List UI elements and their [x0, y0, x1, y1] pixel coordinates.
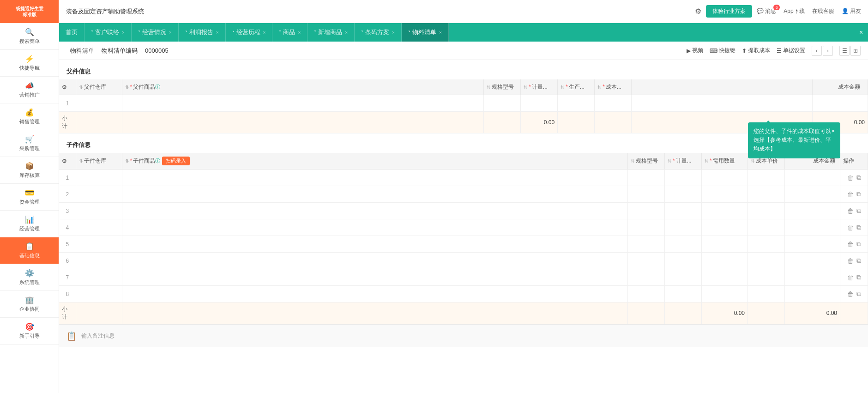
parent-col-config[interactable]: ⚙ — [59, 79, 76, 95]
child-spec-1[interactable] — [628, 169, 665, 186]
child-warehouse-1[interactable] — [76, 169, 122, 186]
delete-icon-4[interactable]: 🗑 — [847, 224, 854, 231]
child-costprice-4[interactable] — [748, 219, 785, 236]
breadcrumb-detail[interactable]: 物料清单编码 — [98, 47, 141, 55]
child-product-8[interactable] — [122, 286, 628, 302]
next-record-button[interactable]: › — [823, 46, 833, 56]
child-spec-6[interactable] — [628, 253, 665, 269]
child-warehouse-6[interactable] — [76, 253, 122, 269]
child-qty-8[interactable] — [702, 286, 748, 302]
sidebar-item-basic[interactable]: 📋基础信息 — [0, 237, 59, 264]
child-costprice-3[interactable] — [748, 203, 785, 219]
child-spec-2[interactable] — [628, 186, 665, 203]
child-unit-6[interactable] — [665, 253, 702, 269]
grid-view-button[interactable]: ⊞ — [850, 46, 861, 56]
child-warehouse-4[interactable] — [76, 219, 122, 236]
sidebar-item-finance[interactable]: 💳资金管理 — [0, 184, 59, 211]
child-spec-8[interactable] — [628, 286, 665, 302]
child-unit-3[interactable] — [665, 203, 702, 219]
shortcut-link[interactable]: ⌨ 快捷键 — [710, 47, 735, 54]
tooltip-close-button[interactable]: × — [832, 127, 835, 136]
navtab-1[interactable]: ˅客户联络× — [84, 23, 132, 42]
tab-close-1[interactable]: × — [122, 30, 125, 35]
child-costprice-8[interactable] — [748, 286, 785, 302]
child-costprice-5[interactable] — [748, 236, 785, 253]
child-warehouse-5[interactable] — [76, 236, 122, 253]
child-spec-3[interactable] — [628, 203, 665, 219]
close-tab-x[interactable]: × — [854, 23, 868, 42]
parent-spec-1[interactable] — [484, 95, 521, 112]
child-unit-2[interactable] — [665, 186, 702, 203]
child-unit-7[interactable] — [665, 269, 702, 286]
bottom-icon[interactable]: 📋 — [66, 331, 77, 341]
user-avatar[interactable]: 👤 用友 — [842, 7, 861, 15]
parent-unit-1[interactable] — [521, 95, 558, 112]
copy-icon-2[interactable]: ⧉ — [856, 190, 861, 198]
settings-link[interactable]: ☰ 单据设置 — [777, 47, 805, 54]
sidebar-item-quicknav[interactable]: ⚡快捷导航 — [0, 50, 59, 77]
child-qty-4[interactable] — [702, 219, 748, 236]
child-unit-1[interactable] — [665, 169, 702, 186]
delete-icon-2[interactable]: 🗑 — [847, 191, 854, 198]
child-col-product[interactable]: ⇅*子件商品ⓘ 扫码录入 — [122, 153, 628, 169]
trial-button[interactable]: 体验行业方案 — [706, 5, 752, 18]
navtab-4[interactable]: ˅经营历程× — [226, 23, 273, 42]
child-col-unit[interactable]: ⇅*计量... — [665, 153, 702, 169]
child-col-warehouse[interactable]: ⇅子件仓库 — [76, 153, 122, 169]
child-product-2[interactable] — [122, 186, 628, 203]
tab-close-5[interactable]: × — [298, 30, 301, 35]
parent-col-cost[interactable]: ⇅*成本... — [595, 79, 632, 95]
navtab-8[interactable]: ˅物料清单× — [402, 23, 449, 42]
tab-close-2[interactable]: × — [169, 30, 172, 35]
child-warehouse-7[interactable] — [76, 269, 122, 286]
parent-product-1[interactable] — [122, 95, 484, 112]
child-product-7[interactable] — [122, 269, 628, 286]
child-costprice-7[interactable] — [748, 269, 785, 286]
child-qty-7[interactable] — [702, 269, 748, 286]
delete-icon-3[interactable]: 🗑 — [847, 207, 854, 215]
child-warehouse-8[interactable] — [76, 286, 122, 302]
child-unit-5[interactable] — [665, 236, 702, 253]
parent-col-product[interactable]: ⇅*父件商品ⓘ — [122, 79, 484, 95]
sidebar-item-enterprise[interactable]: 🏢企业协同 — [0, 291, 59, 318]
sidebar-item-search[interactable]: 🔍搜索菜单 — [0, 23, 59, 50]
navtab-0[interactable]: 首页 — [59, 23, 84, 42]
child-qty-1[interactable] — [702, 169, 748, 186]
child-costprice-2[interactable] — [748, 186, 785, 203]
child-qty-5[interactable] — [702, 236, 748, 253]
child-unit-8[interactable] — [665, 286, 702, 302]
navtab-6[interactable]: ˅新增商品× — [307, 23, 355, 42]
parent-warehouse-1[interactable] — [76, 95, 122, 112]
parent-cost-1[interactable] — [595, 95, 632, 112]
child-unit-4[interactable] — [665, 219, 702, 236]
navtab-3[interactable]: ˅利润报告× — [179, 23, 226, 42]
sidebar-item-marketing[interactable]: 📣营销推广 — [0, 77, 59, 103]
tab-close-8[interactable]: × — [439, 30, 442, 35]
child-product-6[interactable] — [122, 253, 628, 269]
delete-icon-5[interactable]: 🗑 — [847, 241, 854, 248]
app-download-link[interactable]: App下载 — [784, 7, 804, 15]
child-col-spec[interactable]: ⇅规格型号 — [628, 153, 665, 169]
delete-icon-1[interactable]: 🗑 — [847, 174, 854, 181]
child-col-qty[interactable]: ⇅*需用数量 — [702, 153, 748, 169]
breadcrumb-list[interactable]: 物料清单 — [66, 47, 98, 55]
child-spec-7[interactable] — [628, 269, 665, 286]
child-warehouse-3[interactable] — [76, 203, 122, 219]
child-product-4[interactable] — [122, 219, 628, 236]
scan-input-button[interactable]: 扫码录入 — [162, 157, 190, 165]
parent-col-warehouse[interactable]: ⇅父件仓库 — [76, 79, 122, 95]
child-col-config[interactable]: ⚙ — [59, 153, 76, 169]
navtab-2[interactable]: ˅经营情况× — [132, 23, 179, 42]
sidebar-item-operations[interactable]: 📊经营管理 — [0, 211, 59, 237]
parent-col-unit[interactable]: ⇅*计量... — [521, 79, 558, 95]
delete-icon-8[interactable]: 🗑 — [847, 290, 854, 298]
notification-bell[interactable]: 💬 6 消息 — [757, 7, 776, 15]
video-link[interactable]: ▶ 视频 — [687, 47, 703, 54]
child-spec-5[interactable] — [628, 236, 665, 253]
sidebar-item-inventory[interactable]: 📦库存核算 — [0, 157, 59, 184]
sidebar-item-sales[interactable]: 💰销售管理 — [0, 103, 59, 130]
child-product-1[interactable] — [122, 169, 628, 186]
child-warehouse-2[interactable] — [76, 186, 122, 203]
tab-close-7[interactable]: × — [392, 30, 395, 35]
copy-icon-5[interactable]: ⧉ — [856, 240, 861, 248]
